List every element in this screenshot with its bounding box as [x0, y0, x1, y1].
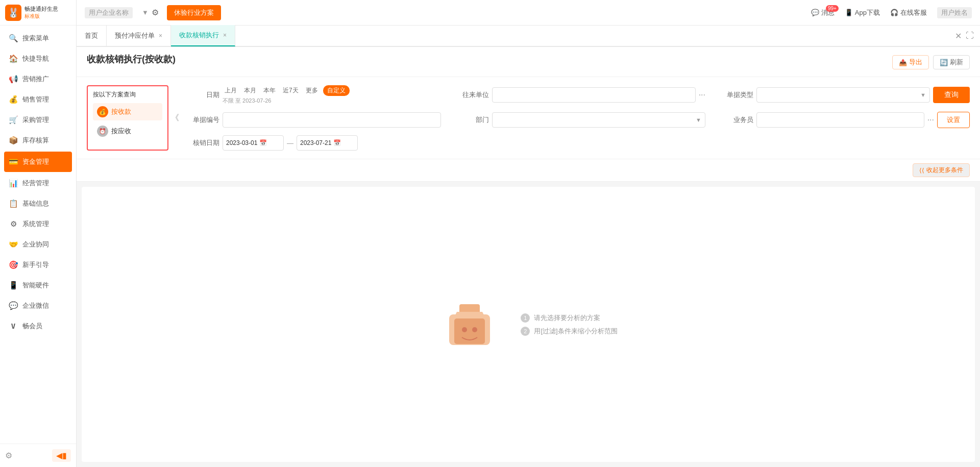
sidebar-item-guide[interactable]: 🎯 新手引导: [0, 255, 76, 275]
sidebar-item-sales[interactable]: 💰 销售管理: [0, 89, 76, 110]
dept-filter-group: 部门 ▼: [453, 112, 705, 128]
export-button[interactable]: 📤 导出: [892, 55, 929, 69]
date-this-month[interactable]: 本月: [242, 86, 258, 95]
tab-prepay[interactable]: 预付冲应付单 ×: [107, 25, 171, 46]
receivable-icon: ⏰: [97, 126, 108, 137]
sidebar-item-enterprise[interactable]: 🤝 企业协同: [0, 234, 76, 255]
staff-more-icon[interactable]: ···: [927, 115, 934, 125]
sidebar-item-label: 畅会员: [22, 322, 42, 331]
tab-prepay-close-icon[interactable]: ×: [159, 32, 162, 39]
tab-close-all-icon[interactable]: ✕: [955, 31, 962, 41]
sidebar-item-label: 新手引导: [22, 260, 49, 269]
quick-nav-icon: 🏠: [8, 54, 18, 64]
sidebar-item-search-menu[interactable]: 🔍 搜索菜单: [0, 28, 76, 48]
refresh-label: 刷新: [950, 58, 963, 67]
top-header: 用户企业名称 ▼ ⚙ 休验行业方案 💬 消息 99+ 📱 App下载 🎧 在线客…: [77, 0, 980, 26]
solution-button[interactable]: 休验行业方案: [167, 5, 221, 20]
sidebar-item-finance[interactable]: 💳 资金管理: [4, 152, 72, 172]
tab-home[interactable]: 首页: [77, 25, 107, 46]
verify-date-start-input[interactable]: 2023-03-01 📅: [223, 135, 284, 151]
header-brand: 用户企业名称: [85, 7, 133, 18]
staff-filter-group: 业务员 ··· 设置: [718, 112, 970, 128]
tab-verify[interactable]: 收款核销执行 ×: [171, 25, 235, 46]
sidebar: 🐰 畅捷通好生意 标准版 🔍 搜索菜单 🏠 快捷导航 📢 营销推广 💰 销售管理…: [0, 0, 77, 467]
tab-bar-actions: ✕ ⛶: [955, 31, 980, 41]
collapse-more-label: 收起更多条件: [926, 166, 963, 175]
query-button[interactable]: 查询: [933, 87, 970, 103]
sidebar-item-wechat[interactable]: 💬 企业微信: [0, 296, 76, 316]
online-service-link[interactable]: 🎧 在线客服: [890, 8, 927, 17]
partner-filter-group: 往来单位 ···: [453, 87, 705, 103]
doc-type-select[interactable]: [756, 87, 930, 103]
date-last-month[interactable]: 上月: [223, 86, 239, 95]
partner-more-icon[interactable]: ···: [699, 90, 705, 100]
search-menu-icon: 🔍: [8, 33, 18, 43]
verify-date-end-input[interactable]: 2023-07-21 📅: [297, 135, 358, 151]
enterprise-icon: 🤝: [8, 239, 18, 250]
tab-prepay-label: 预付冲应付单: [115, 31, 155, 40]
headset-icon: 🎧: [890, 9, 898, 16]
doc-type-select-wrapper: ▼: [756, 87, 930, 103]
app-download-link[interactable]: 📱 App下载: [845, 8, 880, 17]
sidebar-item-marketing[interactable]: 📢 营销推广: [0, 69, 76, 89]
settings-gear-icon[interactable]: ⚙: [152, 8, 159, 17]
scheme-selector-title: 按以下方案查询: [93, 90, 162, 99]
date-7days[interactable]: 近7天: [281, 86, 301, 95]
calendar-start-icon[interactable]: 📅: [259, 139, 267, 146]
sidebar-item-purchase[interactable]: 🛒 采购管理: [0, 110, 76, 130]
empty-svg: [439, 299, 500, 350]
sidebar-item-quick-nav[interactable]: 🏠 快捷导航: [0, 48, 76, 69]
sidebar-item-label: 智能硬件: [22, 281, 49, 290]
empty-state: 1 请先选择要分析的方案 2 用[过滤]条件来缩小分析范围: [82, 187, 975, 462]
partner-label: 往来单位: [453, 90, 489, 100]
sidebar-item-system[interactable]: ⚙ 系统管理: [0, 214, 76, 234]
svg-point-3: [472, 327, 477, 332]
settings-button[interactable]: 设置: [937, 112, 970, 128]
message-icon: 💬: [811, 9, 819, 16]
sidebar-item-label: 系统管理: [22, 219, 49, 229]
page-title: 收款核销执行(按收款): [87, 53, 176, 65]
filter-option-label-receipt: 按收款: [111, 107, 131, 116]
logo-name: 畅捷通好生意: [24, 5, 58, 12]
system-icon: ⚙: [8, 219, 18, 229]
date-custom-btn[interactable]: 自定义: [323, 85, 350, 96]
collapse-filter-btn[interactable]: 《: [171, 113, 179, 124]
header-right: 💬 消息 99+ 📱 App下载 🎧 在线客服 用户姓名: [811, 7, 972, 18]
sidebar-item-operations[interactable]: 📊 经营管理: [0, 173, 76, 193]
hint-text-1: 请先选择要分析的方案: [534, 313, 600, 323]
sidebar-item-hardware[interactable]: 📱 智能硬件: [0, 275, 76, 296]
message-button[interactable]: 💬 消息 99+: [811, 8, 835, 17]
calendar-end-icon[interactable]: 📅: [333, 139, 341, 146]
app-logo: 🐰 畅捷通好生意 标准版: [0, 0, 76, 26]
staff-input[interactable]: [756, 112, 924, 128]
refresh-button[interactable]: 🔄 刷新: [933, 55, 970, 69]
sidebar-item-member[interactable]: V 畅会员: [0, 316, 76, 336]
dept-select[interactable]: [492, 112, 705, 128]
sidebar-item-label: 企业微信: [22, 301, 49, 310]
filter-option-by-receivable[interactable]: ⏰ 按应收: [93, 122, 162, 140]
filter-row-2: 单据编号 部门 ▼: [189, 112, 970, 128]
doc-no-input[interactable]: [223, 112, 441, 128]
partner-input[interactable]: [492, 87, 696, 103]
sidebar-item-label: 资金管理: [22, 157, 49, 166]
date-more[interactable]: 更多: [304, 86, 320, 95]
company-name: 用户企业名称: [85, 7, 133, 18]
filter-option-by-receipt[interactable]: 💰 按收款: [93, 103, 162, 120]
sidebar-item-basic-info[interactable]: 📋 基础信息: [0, 193, 76, 214]
date-shortcuts-container: 上月 本月 本年 近7天 更多 自定义 不限 至 2023-07-26: [223, 85, 350, 105]
sidebar-item-label: 销售管理: [22, 95, 49, 104]
svg-point-2: [462, 327, 467, 332]
tab-verify-close-icon[interactable]: ×: [223, 32, 227, 39]
doc-no-label: 单据编号: [189, 115, 219, 125]
tab-expand-icon[interactable]: ⛶: [966, 31, 974, 40]
collapse-more-button[interactable]: ⟨⟨ 收起更多条件: [913, 163, 970, 177]
sidebar-item-inventory[interactable]: 📦 库存核算: [0, 130, 76, 151]
logo-icon: 🐰: [5, 5, 21, 21]
content-area: 收款核销执行(按收款) 📤 导出 🔄 刷新 按以下方案查询 💰 按收款: [77, 47, 980, 467]
date-this-year[interactable]: 本年: [261, 86, 278, 95]
hardware-icon: 📱: [8, 280, 18, 290]
collapse-sidebar-btn[interactable]: ◀▮: [52, 449, 71, 462]
empty-hint-2: 2 用[过滤]条件来缩小分析范围: [521, 327, 617, 336]
dropdown-chevron-icon[interactable]: ▼: [142, 9, 149, 16]
settings-footer-icon[interactable]: ⚙: [5, 451, 12, 460]
